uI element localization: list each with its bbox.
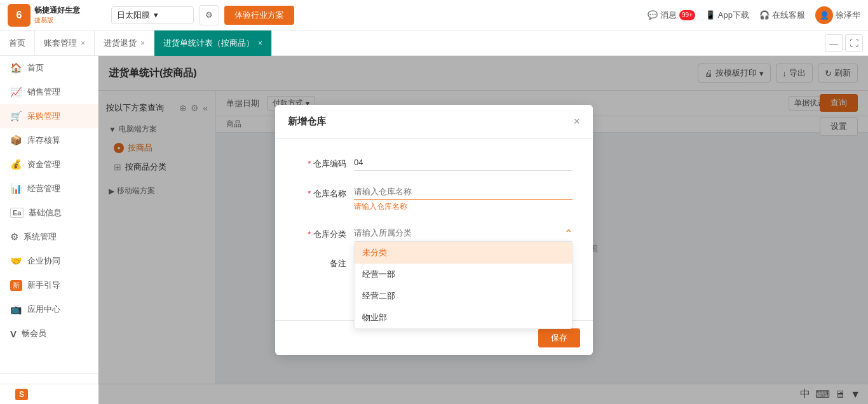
- sidebar-item-purchase[interactable]: 🛒 采购管理: [0, 104, 98, 128]
- content-area: 进货单统计(按商品) 🖨 按模板打印 ▾ ↓ 导出 ↻ 刷新: [98, 56, 868, 404]
- purchase-icon: 🛒: [10, 111, 22, 122]
- tab-expand-btn[interactable]: ⛶: [845, 34, 863, 52]
- sidebar-label-sales: 销售管理: [27, 86, 60, 98]
- logo-icon: 6: [8, 4, 31, 27]
- app-download-label: App下载: [718, 10, 749, 21]
- sidebar-label-purchase: 采购管理: [27, 111, 60, 122]
- modal-overlay: 新增仓库 × 仓库编码 仓库名称: [98, 56, 868, 404]
- main-layout: 🏠 首页 📈 销售管理 🛒 采购管理 📦 库存核算 💰 资金管理 📊 经营管理 …: [0, 56, 868, 404]
- warehouse-code-input[interactable]: [354, 154, 573, 171]
- tabs-right: — ⛶: [825, 34, 868, 52]
- warehouse-name-label: 仓库名称: [295, 184, 346, 199]
- dropdown-item-dept1[interactable]: 经营一部: [355, 264, 572, 285]
- logo-area: 6 畅捷通好生意 捷易版: [8, 4, 106, 27]
- inventory-icon: 📦: [10, 135, 22, 146]
- store-name: 日太阳膜: [117, 10, 151, 21]
- notification-badge: 99+: [679, 10, 695, 20]
- online-service-label: 在线客服: [772, 10, 805, 21]
- nav-right: 💬 消息 99+ 📱 App下载 🎧 在线客服 👤 徐泽华: [648, 6, 860, 24]
- tab-stats-close[interactable]: ×: [258, 39, 262, 48]
- guide-icon: 新: [10, 280, 22, 291]
- sidebar-label-system: 系统管理: [24, 231, 57, 243]
- user-area[interactable]: 👤 徐泽华: [815, 6, 860, 24]
- username: 徐泽华: [836, 10, 860, 21]
- avatar: 👤: [815, 6, 833, 24]
- dropdown-item-property[interactable]: 物业部: [355, 307, 572, 328]
- modal-title: 新增仓库: [288, 116, 326, 128]
- brand-s-icon: S: [15, 389, 28, 400]
- modal-body: 仓库编码 仓库名称 请输入仓库名称: [275, 139, 593, 320]
- warehouse-code-label: 仓库编码: [295, 154, 346, 170]
- settings-icon[interactable]: ⚙: [199, 5, 219, 25]
- sidebar-label-guide: 新手引导: [27, 279, 60, 291]
- chevron-up-icon[interactable]: ⌃: [564, 227, 573, 239]
- notification-btn[interactable]: 💬 消息 99+: [648, 10, 695, 21]
- sidebar-item-sales[interactable]: 📈 销售管理: [0, 80, 98, 104]
- tab-stats-label: 进货单统计表（按商品）: [163, 37, 254, 49]
- dropdown-item-dept2[interactable]: 经营二部: [355, 285, 572, 307]
- sidebar-label-finance: 资金管理: [27, 159, 60, 170]
- store-selector[interactable]: 日太阳膜 ▾: [111, 6, 194, 24]
- enterprise-icon: 🤝: [10, 255, 22, 267]
- logo-text: 畅捷通好生意 捷易版: [34, 5, 80, 25]
- warehouse-code-row: 仓库编码: [295, 154, 573, 171]
- system-icon: ⚙: [10, 231, 18, 243]
- save-button[interactable]: 保存: [538, 328, 580, 347]
- tab-minimize-btn[interactable]: —: [825, 34, 843, 52]
- tab-account[interactable]: 账套管理 ×: [35, 30, 95, 56]
- warehouse-category-wrapper: ⌃ 未分类 经营一部 经营二部 物业部: [354, 225, 573, 241]
- sidebar-item-finance[interactable]: 💰 资金管理: [0, 152, 98, 177]
- headset-icon: 🎧: [759, 10, 770, 20]
- tab-stats[interactable]: 进货单统计表（按商品） ×: [154, 30, 272, 56]
- chevron-down-icon: ▾: [154, 10, 188, 20]
- phone-icon: 📱: [705, 10, 715, 20]
- tab-account-close[interactable]: ×: [81, 39, 85, 48]
- sidebar-label-app-center: 应用中心: [27, 304, 60, 315]
- top-navbar: 6 畅捷通好生意 捷易版 日太阳膜 ▾ ⚙ 体验行业方案 💬 消息 99+ 📱 …: [0, 0, 868, 30]
- home-icon: 🏠: [10, 62, 22, 74]
- basic-info-icon: Ea: [10, 208, 24, 218]
- warehouse-name-row: 仓库名称 请输入仓库名称: [295, 184, 573, 212]
- remark-label: 备注: [295, 254, 346, 269]
- tab-home-label: 首页: [9, 37, 25, 49]
- sidebar-item-system[interactable]: ⚙ 系统管理: [0, 225, 98, 249]
- sidebar-label-home: 首页: [27, 62, 44, 74]
- online-service-btn[interactable]: 🎧 在线客服: [759, 10, 805, 21]
- sidebar-item-basic-info[interactable]: Ea 基础信息: [0, 201, 98, 225]
- notification-label: 消息: [660, 10, 677, 21]
- warehouse-name-input[interactable]: [354, 184, 573, 200]
- tab-home[interactable]: 首页: [0, 30, 35, 56]
- logo-badge: 捷易版: [34, 16, 80, 25]
- warehouse-category-label: 仓库分类: [295, 225, 346, 240]
- tab-return-close[interactable]: ×: [140, 39, 145, 48]
- app-download-btn[interactable]: 📱 App下载: [705, 10, 749, 21]
- trial-button[interactable]: 体验行业方案: [224, 6, 294, 25]
- sidebar-item-vip[interactable]: V 畅会员: [0, 321, 98, 346]
- sidebar: 🏠 首页 📈 销售管理 🛒 采购管理 📦 库存核算 💰 资金管理 📊 经营管理 …: [0, 56, 98, 404]
- logo-name: 畅捷通好生意: [34, 5, 80, 16]
- tab-return[interactable]: 进货退货 ×: [95, 30, 154, 56]
- sidebar-label-operations: 经营管理: [27, 183, 60, 194]
- sidebar-label-basic-info: 基础信息: [29, 207, 62, 219]
- sidebar-label-enterprise: 企业协同: [27, 255, 60, 267]
- modal-close-btn[interactable]: ×: [573, 115, 580, 128]
- sidebar-item-inventory[interactable]: 📦 库存核算: [0, 128, 98, 152]
- app-center-icon: 📺: [10, 304, 22, 315]
- operations-icon: 📊: [10, 183, 22, 194]
- vip-icon: V: [10, 328, 17, 339]
- sidebar-item-app-center[interactable]: 📺 应用中心: [0, 297, 98, 321]
- warehouse-category-row: 仓库分类 ⌃ 未分类 经营一部 经营二部 物业部: [295, 225, 573, 241]
- sidebar-label-vip: 畅会员: [22, 328, 46, 339]
- sidebar-label-inventory: 库存核算: [27, 135, 60, 146]
- sales-icon: 📈: [10, 86, 22, 98]
- modal-header: 新增仓库 ×: [275, 105, 593, 139]
- warehouse-category-input[interactable]: [354, 225, 573, 241]
- sidebar-item-enterprise[interactable]: 🤝 企业协同: [0, 249, 98, 273]
- sidebar-item-home[interactable]: 🏠 首页: [0, 56, 98, 80]
- dropdown-item-uncategorized[interactable]: 未分类: [355, 242, 572, 264]
- sidebar-item-guide[interactable]: 新 新手引导: [0, 273, 98, 297]
- tabs-bar: 首页 账套管理 × 进货退货 × 进货单统计表（按商品） × — ⛶: [0, 30, 868, 56]
- finance-icon: 💰: [10, 159, 22, 170]
- sidebar-item-operations[interactable]: 📊 经营管理: [0, 177, 98, 201]
- new-warehouse-modal: 新增仓库 × 仓库编码 仓库名称: [275, 105, 593, 355]
